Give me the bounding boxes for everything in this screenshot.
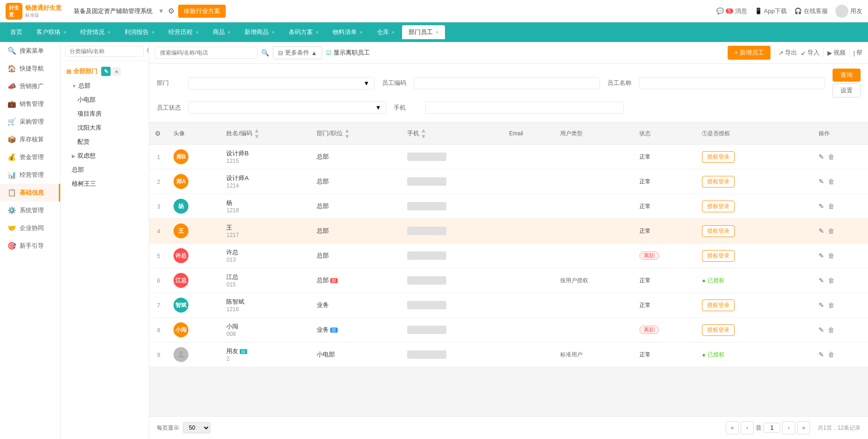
dept-all[interactable]: ⊞ 全部部门 ✎ « bbox=[61, 64, 149, 79]
edit-icon[interactable]: ✎ bbox=[819, 277, 824, 284]
tab-home[interactable]: 首页 bbox=[4, 25, 29, 39]
tab-warehouse[interactable]: 仓库 × bbox=[370, 25, 401, 39]
gear-icon[interactable]: ⚙ bbox=[168, 7, 174, 15]
delete-icon[interactable]: 🗑 bbox=[828, 277, 834, 284]
status-filter-select[interactable]: ▼ bbox=[188, 101, 386, 114]
app-download-btn[interactable]: 📱 App下载 bbox=[755, 7, 787, 15]
th-dept[interactable]: 部门/职位 ▲▼ bbox=[311, 123, 402, 145]
dept-node-zongbu2[interactable]: 总部 bbox=[61, 163, 149, 177]
auth-btn[interactable]: 授权登录 bbox=[702, 201, 735, 212]
more-filter-btn[interactable]: ⊟ 更多条件 ▲ bbox=[273, 46, 322, 59]
auth-btn[interactable]: 授权登录 bbox=[702, 324, 735, 336]
sidebar-item-ops[interactable]: 📊 经营管理 bbox=[0, 166, 60, 184]
tab-add-goods[interactable]: 新增商品 × bbox=[238, 25, 281, 39]
edit-icon[interactable]: ✎ bbox=[819, 178, 824, 185]
help-btn[interactable]: | 帮 bbox=[854, 49, 862, 57]
dept-node-zhishu[interactable]: 植树王三 bbox=[61, 177, 149, 191]
phone-input[interactable] bbox=[425, 102, 623, 114]
sort-dept[interactable]: 部门/职位 ▲▼ bbox=[317, 127, 396, 139]
tab-barcode[interactable]: 条码方案 × bbox=[282, 25, 325, 39]
show-leave-toggle[interactable]: ☑ 显示离职员工 bbox=[326, 49, 370, 57]
dept-edit-icon[interactable]: ✎ bbox=[101, 67, 111, 76]
tab-customer[interactable]: 客户联络 × bbox=[30, 25, 73, 39]
th-gear[interactable]: ⚙ bbox=[149, 123, 168, 145]
emp-name-input[interactable] bbox=[639, 77, 825, 89]
delete-icon[interactable]: 🗑 bbox=[828, 326, 834, 334]
tab-history[interactable]: 经营历程 × bbox=[162, 25, 205, 39]
sidebar-item-system[interactable]: ⚙️ 系统管理 bbox=[0, 202, 60, 219]
prev-page-btn[interactable]: ‹ bbox=[741, 421, 754, 434]
dept-node-xiaodian[interactable]: 小电部 bbox=[61, 93, 149, 107]
page-number-input[interactable] bbox=[764, 423, 780, 433]
last-page-btn[interactable]: » bbox=[797, 421, 810, 434]
edit-icon[interactable]: ✎ bbox=[819, 301, 824, 309]
first-page-btn[interactable]: « bbox=[726, 421, 739, 434]
sidebar-item-search[interactable]: 🔍 搜索菜单 bbox=[0, 42, 60, 60]
dept-node-xiangmu[interactable]: 项目库房 bbox=[61, 107, 149, 121]
dept-filter-select[interactable]: ▼ bbox=[188, 77, 375, 90]
action-icons: ✎ 🗑 bbox=[819, 277, 862, 284]
edit-icon[interactable]: ✎ bbox=[819, 351, 824, 358]
sort-name[interactable]: 姓名/编码 ▲▼ bbox=[226, 127, 306, 139]
dropdown-icon[interactable]: ▼ bbox=[158, 7, 164, 14]
delete-icon[interactable]: 🗑 bbox=[828, 153, 834, 160]
auth-btn[interactable]: 授权登录 bbox=[702, 176, 735, 188]
edit-icon[interactable]: ✎ bbox=[819, 202, 824, 210]
sidebar-item-basic[interactable]: 📋 基础信息 bbox=[0, 184, 60, 202]
delete-icon[interactable]: 🗑 bbox=[828, 301, 834, 309]
import-btn[interactable]: ↙ 导入 bbox=[801, 49, 819, 57]
edit-icon[interactable]: ✎ bbox=[819, 326, 824, 334]
user-avatar-area[interactable]: 用友 bbox=[835, 5, 862, 18]
collapse-btn[interactable]: « bbox=[112, 67, 121, 76]
more-filter-label: 更多条件 bbox=[285, 49, 309, 57]
sidebar-item-inventory[interactable]: 📦 库存核算 bbox=[0, 131, 60, 148]
emp-code-input[interactable] bbox=[414, 77, 600, 89]
delete-icon[interactable]: 🗑 bbox=[828, 252, 834, 259]
sidebar-item-marketing[interactable]: 📣 营销推广 bbox=[0, 77, 60, 95]
dept-node-shenyang[interactable]: 沈阳大库 bbox=[61, 121, 149, 135]
next-page-btn[interactable]: › bbox=[782, 421, 795, 434]
delete-icon[interactable]: 🗑 bbox=[828, 178, 834, 185]
tab-goods[interactable]: 商品 × bbox=[206, 25, 237, 39]
th-phone[interactable]: 手机 ▲▼ bbox=[402, 123, 504, 145]
export-btn[interactable]: ↗ 导出 bbox=[778, 49, 797, 57]
try-btn[interactable]: 体验行业方案 bbox=[178, 5, 226, 18]
add-employee-btn[interactable]: + 新增员工 bbox=[728, 46, 770, 60]
tab-operation[interactable]: 经营情况 × bbox=[74, 25, 117, 39]
reset-btn[interactable]: 设置 bbox=[833, 84, 861, 98]
sort-phone[interactable]: 手机 ▲▼ bbox=[407, 127, 498, 139]
delete-icon[interactable]: 🗑 bbox=[828, 351, 834, 358]
dept-node-peihuo[interactable]: 配货 bbox=[61, 135, 149, 149]
sidebar-item-purchase[interactable]: 🛒 采购管理 bbox=[0, 113, 60, 131]
online-service-btn[interactable]: 🎧 在线客服 bbox=[794, 7, 828, 15]
sidebar-item-finance[interactable]: 💰 资金管理 bbox=[0, 148, 60, 166]
sidebar-item-collab[interactable]: 🤝 企业协同 bbox=[0, 219, 60, 237]
status-badge: 离职 bbox=[639, 326, 659, 334]
settings-icon[interactable]: ⚙ bbox=[155, 130, 161, 137]
search-input[interactable] bbox=[155, 47, 257, 59]
delete-icon[interactable]: 🗑 bbox=[828, 202, 834, 210]
tab-bom[interactable]: 物料清单 × bbox=[326, 25, 369, 39]
dept-node-zongbu[interactable]: ▼ 总部 bbox=[61, 79, 149, 93]
messages-btn[interactable]: 💬 5 消息 bbox=[716, 7, 747, 15]
sidebar-item-sales[interactable]: 💼 销售管理 bbox=[0, 95, 60, 113]
auth-btn[interactable]: 授权登录 bbox=[702, 225, 735, 237]
edit-icon[interactable]: ✎ bbox=[819, 252, 824, 259]
auth-btn[interactable]: 授权登录 bbox=[702, 151, 735, 163]
auth-btn[interactable]: 授权登录 bbox=[702, 300, 735, 311]
sidebar-item-nav[interactable]: 🏠 快捷导航 bbox=[0, 60, 60, 77]
tab-employees[interactable]: 部门员工 × bbox=[402, 25, 445, 39]
edit-icon[interactable]: ✎ bbox=[819, 227, 824, 235]
search-icon-btn[interactable]: 🔍 bbox=[261, 49, 269, 56]
edit-icon[interactable]: ✎ bbox=[819, 153, 824, 160]
query-btn[interactable]: 查询 bbox=[833, 69, 861, 82]
dept-search-input[interactable] bbox=[65, 46, 144, 57]
auth-btn[interactable]: 授权登录 bbox=[702, 250, 735, 262]
tab-profit[interactable]: 利润报告 × bbox=[118, 25, 161, 39]
th-name[interactable]: 姓名/编码 ▲▼ bbox=[221, 123, 311, 145]
dept-node-shuanglv[interactable]: ▶ 双虑想 bbox=[61, 149, 149, 163]
delete-icon[interactable]: 🗑 bbox=[828, 227, 834, 235]
sidebar-item-guide[interactable]: 🎯 新手引导 bbox=[0, 237, 60, 255]
page-size-select[interactable]: 50 100 200 bbox=[183, 422, 210, 433]
view-btn[interactable]: ▶ 视频 bbox=[827, 49, 846, 57]
